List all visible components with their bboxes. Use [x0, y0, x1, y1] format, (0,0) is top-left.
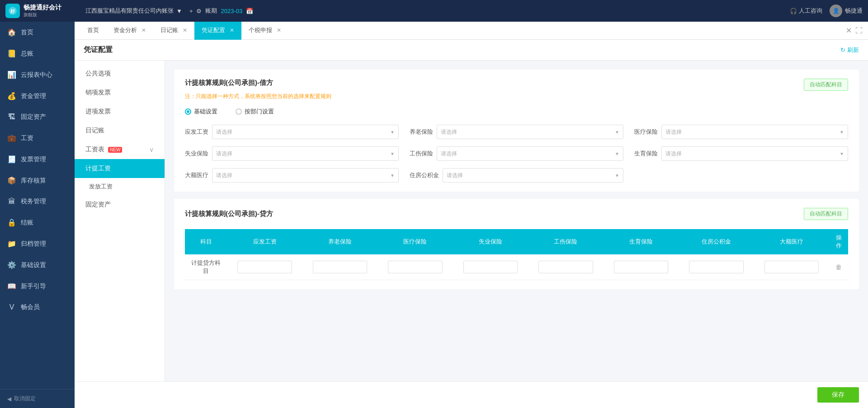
select-medical[interactable]: 请选择 ▼ [661, 125, 848, 139]
input-credit-maternity[interactable] [614, 261, 668, 273]
field-housing-fund: 住房公积金 请选择 ▼ [410, 168, 623, 183]
td-action: 🗑 [829, 254, 848, 280]
td-housing-fund-value [679, 254, 754, 280]
field-work-injury: 工伤保险 请选择 ▼ [410, 146, 623, 161]
select-salary[interactable]: 请选择 ▼ [212, 125, 399, 139]
radio-basic-setting[interactable]: 基础设置 [185, 108, 217, 116]
sidebar-item-guide[interactable]: 📖 新手引导 [0, 276, 75, 297]
user-icon: 👤 [833, 8, 840, 14]
expand-tabs-button[interactable]: ⛶ [855, 26, 863, 35]
sidebar-item-settings[interactable]: ⚙️ 基础设置 [0, 254, 75, 276]
period-value[interactable]: 2023-03 [221, 8, 242, 14]
sidebar: 🏠 首页 📒 总账 📊 云报表中心 💰 资金管理 🏗 固定资产 💼 工资 🧾 发… [0, 22, 75, 408]
td-work-injury-value [528, 254, 603, 280]
debit-auto-match-button[interactable]: 自动匹配科目 [804, 79, 848, 91]
close-all-tabs-button[interactable]: ✕ [846, 26, 852, 35]
left-nav-fixed-assets[interactable]: 固定资产 [75, 195, 165, 214]
refresh-icon: ↻ [840, 47, 845, 53]
input-credit-pension[interactable] [313, 261, 367, 273]
select-pension[interactable]: 请选择 ▼ [437, 125, 623, 139]
tax-icon: 🏛 [7, 197, 16, 206]
sidebar-item-tax[interactable]: 🏛 税务管理 [0, 191, 75, 212]
closing-icon: 🔒 [7, 218, 16, 227]
sidebar-item-vip[interactable]: V 畅会员 [0, 297, 75, 318]
main-layout: 🏠 首页 📒 总账 📊 云报表中心 💰 资金管理 🏗 固定资产 💼 工资 🧾 发… [0, 22, 868, 408]
sidebar-item-reports[interactable]: 📊 云报表中心 [0, 64, 75, 85]
th-salary: 应发工资 [227, 229, 302, 254]
radio-basic-dot [185, 108, 191, 115]
delete-row-button[interactable]: 🗑 [835, 263, 842, 271]
close-capital-tab[interactable]: ✕ [142, 27, 146, 33]
debit-section-title: 计提核算规则(公司承担)-借方 [185, 79, 804, 87]
credit-table-body: 计提贷方科目 🗑 [185, 254, 848, 280]
th-work-injury: 工伤保险 [528, 229, 603, 254]
field-maternity: 生育保险 请选择 ▼ [634, 146, 848, 161]
avatar: 👤 [830, 5, 842, 17]
tab-journal[interactable]: 日记账 ✕ [153, 22, 194, 40]
close-tax-tab[interactable]: ✕ [277, 27, 281, 33]
sidebar-item-inventory[interactable]: 📦 库存核算 [0, 170, 75, 191]
th-major-medical: 大额医疗 [754, 229, 829, 254]
credit-table-header: 科目 应发工资 养老保险 医疗保险 失业保险 工伤保险 生育保险 住房公积金 大… [185, 229, 848, 254]
left-nav-payroll-calc[interactable]: 计提工资 [75, 159, 165, 178]
invoice-icon: 🧾 [7, 155, 16, 164]
radio-dept-setting[interactable]: 按部门设置 [236, 108, 274, 116]
close-voucher-tab[interactable]: ✕ [230, 27, 234, 33]
sidebar-item-ledger[interactable]: 📒 总账 [0, 43, 75, 64]
settings-icon[interactable]: ⚙ [196, 8, 202, 14]
calendar-icon[interactable]: 📅 [246, 8, 253, 14]
sidebar-item-capital[interactable]: 💰 资金管理 [0, 85, 75, 107]
assets-icon: 🏗 [7, 113, 16, 121]
credit-table-header-row: 科目 应发工资 养老保险 医疗保险 失业保险 工伤保险 生育保险 住房公积金 大… [185, 229, 848, 254]
close-journal-tab[interactable]: ✕ [183, 27, 187, 33]
user-area[interactable]: 👤 畅捷通 [830, 5, 863, 17]
left-nav-purchase-invoice[interactable]: 进项发票 [75, 102, 165, 121]
credit-auto-match-button[interactable]: 自动匹配科目 [804, 208, 848, 220]
field-unemployment: 失业保险 请选择 ▼ [185, 146, 399, 161]
help-button[interactable]: 🎧 人工咨询 [790, 7, 822, 15]
input-credit-medical[interactable] [388, 261, 442, 273]
left-nav-payroll-table[interactable]: 工资表 NEW ∨ [75, 140, 165, 159]
sidebar-item-invoice[interactable]: 🧾 发票管理 [0, 149, 75, 170]
select-major-medical[interactable]: 请选择 ▼ [212, 168, 399, 183]
input-credit-unemployment[interactable] [463, 261, 518, 273]
left-nav-payroll-pay[interactable]: 发放工资 [75, 178, 165, 195]
select-unemployment[interactable]: 请选择 ▼ [212, 146, 399, 161]
select-housing-fund[interactable]: 请选择 ▼ [443, 168, 623, 183]
sidebar-item-fixed-assets[interactable]: 🏗 固定资产 [0, 107, 75, 127]
th-pension: 养老保险 [302, 229, 377, 254]
sidebar-item-archive[interactable]: 📁 归档管理 [0, 233, 75, 254]
sidebar-item-payroll[interactable]: 💼 工资 [0, 127, 75, 149]
company-selector[interactable]: 江西服宝精品有限责任公司内账张 ▼ [85, 7, 182, 15]
chevron-down-icon: ▼ [615, 151, 619, 156]
refresh-button[interactable]: ↻ 刷新 [840, 46, 859, 54]
th-housing-fund: 住房公积金 [679, 229, 754, 254]
unpin-sidebar-button[interactable]: ◀ 取消固定 [0, 389, 75, 408]
tab-bar: 首页 资金分析 ✕ 日记账 ✕ 凭证配置 ✕ 个税申报 ✕ ✕ ⛶ [75, 22, 868, 40]
sidebar-item-closing[interactable]: 🔒 结账 [0, 212, 75, 233]
td-unemployment-value [453, 254, 528, 280]
select-maternity[interactable]: 请选择 ▼ [661, 146, 848, 161]
input-credit-work-injury[interactable] [538, 261, 593, 273]
left-nav-sales-invoice[interactable]: 销项发票 [75, 83, 165, 102]
tab-tax[interactable]: 个税申报 ✕ [241, 22, 288, 40]
left-nav-journal[interactable]: 日记账 [75, 121, 165, 140]
add-account-button[interactable]: + [189, 8, 193, 14]
input-credit-major-medical[interactable] [764, 261, 819, 273]
debit-section: 计提核算规则(公司承担)-借方 注：只能选择一种方式，系统将按照您当前的选择来配… [174, 70, 859, 192]
input-credit-salary[interactable] [237, 261, 292, 273]
select-work-injury[interactable]: 请选择 ▼ [437, 146, 623, 161]
payroll-icon: 💼 [7, 134, 16, 142]
th-medical: 医疗保险 [377, 229, 453, 254]
tab-home[interactable]: 首页 [80, 22, 106, 40]
input-credit-housing-fund[interactable] [689, 261, 743, 273]
sidebar-item-home[interactable]: 🏠 首页 [0, 22, 75, 43]
tab-voucher[interactable]: 凭证配置 ✕ [194, 22, 241, 40]
left-nav-public[interactable]: 公共选项 [75, 64, 165, 83]
capital-icon: 💰 [7, 92, 16, 100]
right-panel: 计提核算规则(公司承担)-借方 注：只能选择一种方式，系统将按照您当前的选择来配… [165, 61, 868, 381]
tab-capital[interactable]: 资金分析 ✕ [106, 22, 153, 40]
td-major-medical-value [754, 254, 829, 280]
save-button[interactable]: 保存 [817, 387, 859, 403]
th-unemployment: 失业保险 [453, 229, 528, 254]
